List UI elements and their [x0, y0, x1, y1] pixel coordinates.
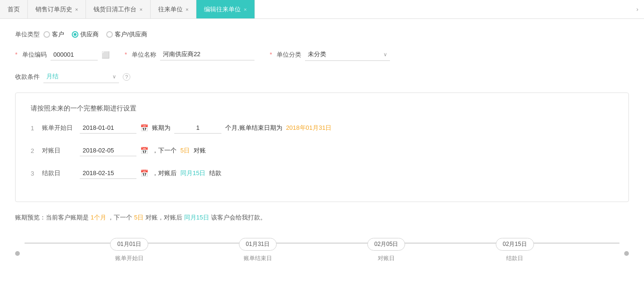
timeline-label-4: 结款日: [506, 254, 523, 262]
timeline-item-2: 01月31日 账单结束日: [239, 238, 277, 262]
radio-customer-label: 客户: [52, 30, 64, 39]
payment-terms-value: 月结: [46, 72, 59, 81]
reconcile-date-input[interactable]: [80, 145, 136, 156]
payment-suffix: 结款: [209, 169, 221, 177]
radio-supplier-circle: [72, 31, 78, 38]
unit-category-chevron-icon: ∨: [383, 51, 387, 58]
unit-type-field: 单位类型 客户 供应商 客户/供应商: [15, 30, 147, 39]
payment-day-highlight: 同月15日: [180, 169, 205, 177]
preview-prefix: 账期预览：当前客户账期是: [15, 214, 89, 221]
period-suffix: 个月,账单结束日期为: [225, 124, 282, 132]
unit-category-required: *: [270, 51, 272, 58]
timeline-item-1: 01月01日 账单开始日: [110, 238, 148, 262]
unit-code-label: 单位编码: [22, 51, 47, 59]
unit-code-required: *: [15, 51, 17, 58]
radio-both[interactable]: 客户/供应商: [106, 30, 147, 39]
tab-bar: 首页 销售订单历史 × 钱货日清工作台 × 往来单位 × 编辑往来单位 × ›: [0, 0, 644, 19]
timeline-node-3: 02月05日: [367, 238, 406, 251]
tab-counterpart[interactable]: 往来单位 ×: [151, 0, 196, 18]
timeline-item-4: 02月15日 结款日: [496, 238, 534, 262]
row-num-2: 2: [31, 147, 42, 154]
page-content: 单位类型 客户 供应商 客户/供应商 * 单位编码: [0, 19, 644, 287]
start-date-calendar-icon[interactable]: 📅: [140, 124, 148, 132]
reconcile-suffix: 对账: [194, 146, 206, 155]
payment-terms-field: 收款条件 月结 ∨ ?: [15, 70, 130, 83]
radio-supplier[interactable]: 供应商: [72, 30, 99, 39]
payment-terms-row: 收款条件 月结 ∨ ?: [15, 70, 629, 83]
tab-cash-work[interactable]: 钱货日清工作台 ×: [86, 0, 150, 18]
reconcile-prefix: ，下一个: [152, 146, 177, 155]
setting-row-1: 1 账单开始日 📅 账期为 个月,账单结束日期为 2018年01月31日: [31, 122, 613, 134]
settings-title: 请按照未来的一个完整帐期进行设置: [31, 104, 613, 113]
preview-part3: 同月15日: [184, 214, 209, 221]
row-num-3: 3: [31, 170, 42, 177]
timeline-node-4: 02月15日: [496, 238, 534, 251]
row-content-2: 📅 ，下一个 5日 对账: [80, 145, 613, 156]
unit-name-input[interactable]: [160, 49, 254, 60]
close-tab-counterpart[interactable]: ×: [186, 7, 188, 12]
row-label-2: 对账日: [42, 146, 80, 155]
payment-terms-select[interactable]: 月结 ∨: [43, 70, 119, 83]
unit-code-input[interactable]: [51, 49, 98, 60]
reconcile-date-calendar-icon[interactable]: 📅: [140, 147, 148, 154]
tab-home[interactable]: 首页: [0, 0, 28, 18]
close-tab-cash[interactable]: ×: [139, 7, 142, 12]
timeline-items: 01月01日 账单开始日 01月31日 账单结束日 02月05日 对账日 02月…: [15, 238, 629, 262]
unit-code-copy-icon[interactable]: ⬜: [102, 51, 110, 59]
tab-more-button[interactable]: ›: [631, 0, 644, 18]
row-label-1: 账单开始日: [42, 124, 80, 132]
row-label-3: 结款日: [42, 169, 80, 177]
payment-date-input[interactable]: [80, 168, 136, 179]
payment-prefix: ，对账后: [152, 169, 177, 177]
unit-code-field: * 单位编码 ⬜: [15, 49, 110, 60]
unit-name-required: *: [125, 51, 127, 58]
preview-text: 账期预览：当前客户账期是 1个月 ，下一个 5日 对账，对账后 同月15日 该客…: [15, 213, 629, 222]
radio-customer[interactable]: 客户: [43, 30, 64, 39]
help-icon[interactable]: ?: [123, 73, 130, 81]
unit-category-value: 未分类: [308, 50, 326, 59]
payment-date-calendar-icon[interactable]: 📅: [140, 169, 148, 177]
row-content-3: 📅 ，对账后 同月15日 结款: [80, 168, 613, 179]
timeline-label-1: 账单开始日: [115, 254, 144, 262]
setting-row-3: 3 结款日 📅 ，对账后 同月15日 结款: [31, 168, 613, 179]
unit-info-row: * 单位编码 ⬜ * 单位名称 * 单位分类 未分类 ∨: [15, 48, 629, 61]
setting-row-2: 2 对账日 📅 ，下一个 5日 对账: [31, 145, 613, 156]
radio-supplier-label: 供应商: [80, 30, 99, 39]
preview-middle1: ，下一个: [108, 214, 132, 221]
preview-middle2: 对账，对账后: [145, 214, 182, 221]
radio-customer-circle: [43, 31, 50, 38]
unit-category-select[interactable]: 未分类 ∨: [305, 48, 390, 61]
timeline-item-3: 02月05日 对账日: [367, 238, 406, 262]
period-label: 账期为: [152, 124, 170, 132]
unit-category-field: * 单位分类 未分类 ∨: [270, 48, 390, 61]
preview-part1: 1个月: [91, 214, 106, 221]
timeline-end-dot: [624, 245, 629, 262]
timeline-start-dot: [15, 245, 20, 262]
payment-terms-label: 收款条件: [15, 73, 40, 81]
reconcile-day-highlight: 5日: [180, 146, 190, 155]
tab-sales-order-history[interactable]: 销售订单历史 ×: [28, 0, 86, 18]
payment-terms-chevron-icon: ∨: [112, 74, 116, 80]
start-date-input[interactable]: [80, 122, 136, 134]
end-date-highlight: 2018年01月31日: [286, 124, 332, 132]
settings-box: 请按照未来的一个完整帐期进行设置 1 账单开始日 📅 账期为 个月,账单结束日期…: [15, 93, 629, 202]
unit-category-label: 单位分类: [277, 51, 301, 59]
radio-both-label: 客户/供应商: [115, 30, 147, 39]
unit-name-label: 单位名称: [132, 51, 156, 59]
preview-part2: 5日: [134, 214, 144, 221]
close-tab-sales[interactable]: ×: [75, 7, 78, 12]
unit-name-field: * 单位名称: [125, 49, 254, 60]
period-input[interactable]: [174, 122, 221, 134]
tab-edit-counterpart[interactable]: 编辑往来单位 ×: [196, 0, 254, 18]
row-content-1: 📅 账期为 个月,账单结束日期为 2018年01月31日: [80, 122, 613, 134]
unit-type-radio-group: 客户 供应商 客户/供应商: [43, 30, 147, 39]
timeline-label-2: 账单结束日: [244, 254, 272, 262]
unit-type-row: 单位类型 客户 供应商 客户/供应商: [15, 30, 629, 39]
row-num-1: 1: [31, 125, 42, 132]
unit-type-label: 单位类型: [15, 30, 40, 39]
timeline-label-3: 对账日: [378, 254, 395, 262]
preview-suffix: 该客户会给我打款。: [211, 214, 266, 221]
close-tab-edit-counterpart[interactable]: ×: [244, 7, 246, 12]
timeline-node-2: 01月31日: [239, 238, 277, 251]
timeline-node-1: 01月01日: [110, 238, 148, 251]
